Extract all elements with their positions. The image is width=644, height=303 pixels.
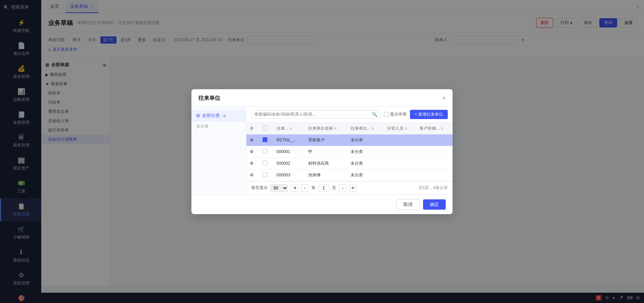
sort-icon5: ⇅	[441, 127, 443, 130]
td-code: RETAIL_...	[273, 134, 305, 146]
pagination-info: 共1页，4条记录	[419, 185, 448, 191]
modal-table: ⚙ 往来...⇅ 往来单位名称⇅ 往来单位...⇅ 分管人员⇅ 客户价格...⇅	[246, 123, 453, 181]
sort-icon: ⇅	[289, 127, 292, 130]
td-category: 未分类	[347, 158, 384, 169]
cancel-button[interactable]: 取消	[396, 199, 420, 210]
per-page-label: 每页显示	[251, 185, 268, 191]
td-price	[416, 169, 453, 181]
row-checkbox3[interactable]	[263, 161, 267, 165]
th-category: 往来单位...⇅	[347, 123, 384, 135]
modal-close-button[interactable]: ×	[442, 95, 446, 102]
collapse-icon[interactable]: ◀	[222, 113, 225, 118]
table-row[interactable]: ⚙ 000001 甲 未分类	[246, 146, 453, 158]
th-settings: ⚙	[246, 123, 259, 135]
table-row[interactable]: ⚙ 000003 张帅傅 未分类	[246, 169, 453, 181]
td-category: 未分类	[347, 169, 384, 181]
gear-icon2: ⚙	[250, 138, 254, 142]
td-name: 张帅傅	[305, 169, 347, 181]
add-partner-button[interactable]: + 新增往来单位	[410, 110, 448, 119]
gear-icon3: ⚙	[250, 149, 254, 154]
td-name: 零散客户	[305, 134, 347, 146]
td-settings: ⚙	[246, 146, 259, 158]
row-checkbox[interactable]	[263, 137, 267, 142]
td-manager	[384, 146, 416, 158]
table-header-row: ⚙ 往来...⇅ 往来单位名称⇅ 往来单位...⇅ 分管人员⇅ 客户价格...⇅	[246, 123, 453, 135]
td-manager	[384, 169, 416, 181]
th-checkbox	[259, 123, 273, 135]
gear-icon: ⚙	[250, 126, 254, 131]
prev-page-btn[interactable]: ‹	[301, 184, 309, 192]
modal-toolbar: 🔍 显示停用 + 新增往来单位	[246, 106, 453, 123]
table-row[interactable]: ⚙ 000002 材料供应商 未分类	[246, 158, 453, 169]
td-price	[416, 146, 453, 158]
modal-title: 往来单位	[198, 95, 220, 102]
show-disabled-label: 显示停用	[390, 112, 407, 117]
search-icon2: 🔍	[372, 112, 377, 117]
td-settings: ⚙	[246, 158, 259, 169]
td-category: 未分类	[347, 146, 384, 158]
td-price	[416, 134, 453, 146]
modal-search-box[interactable]: 🔍	[251, 110, 380, 119]
modal-pagination: 每页显示 50 100 ⊲ ‹ 第 页 › ⊳ 共1页，4条记录	[246, 181, 453, 195]
modal-body: ⊞ 全部分类 ◀ 未分类 🔍 显示停用	[191, 106, 453, 195]
th-manager: 分管人员⇅	[384, 123, 416, 135]
modal-header: 往来单位 ×	[191, 89, 453, 106]
modal-footer: 取消 确定	[191, 195, 453, 214]
gear-icon4: ⚙	[250, 161, 254, 166]
td-checkbox[interactable]	[259, 146, 273, 158]
td-manager	[384, 158, 416, 169]
th-price: 客户价格...⇅	[416, 123, 453, 135]
modal-search-input[interactable]	[254, 112, 370, 117]
modal-right-panel: 🔍 显示停用 + 新增往来单位 ⚙	[246, 106, 453, 195]
modal-left-panel: ⊞ 全部分类 ◀ 未分类	[191, 106, 246, 195]
uncategorized-item[interactable]: 未分类	[191, 121, 246, 131]
first-page-btn[interactable]: ⊲	[291, 184, 298, 192]
td-checkbox[interactable]	[259, 158, 273, 169]
page-suffix: 页	[332, 185, 336, 191]
row-checkbox2[interactable]	[263, 149, 267, 154]
sort-icon4: ⇅	[404, 127, 407, 130]
show-disabled-checkbox[interactable]: 显示停用	[384, 112, 407, 117]
sort-icon3: ⇅	[371, 127, 374, 130]
td-category: 未分类	[347, 134, 384, 146]
last-page-btn[interactable]: ⊳	[349, 184, 357, 192]
td-name: 材料供应商	[305, 158, 347, 169]
page-input[interactable]	[318, 185, 329, 191]
td-checkbox[interactable]	[259, 134, 273, 146]
grid-icon2: ⊞	[196, 113, 200, 118]
header-checkbox[interactable]	[263, 126, 267, 130]
uncategorized-label: 未分类	[196, 124, 209, 129]
next-page-btn[interactable]: ›	[339, 184, 346, 192]
td-checkbox[interactable]	[259, 169, 273, 181]
th-name: 往来单位名称⇅	[305, 123, 347, 135]
th-code: 往来...⇅	[273, 123, 305, 135]
page-prefix: 第	[311, 185, 315, 191]
page-size-select[interactable]: 50 100	[270, 184, 288, 192]
modal-overlay: 往来单位 × ⊞ 全部分类 ◀ 未分类	[0, 0, 644, 303]
td-code: 000001	[273, 146, 305, 158]
disabled-checkbox[interactable]	[384, 112, 389, 117]
confirm-button[interactable]: 确定	[423, 199, 446, 210]
td-name: 甲	[305, 146, 347, 158]
table-row[interactable]: ⚙ RETAIL_... 零散客户 未分类	[246, 134, 453, 146]
sort-icon2: ⇅	[334, 127, 337, 130]
td-manager	[384, 134, 416, 146]
partner-modal: 往来单位 × ⊞ 全部分类 ◀ 未分类	[191, 89, 453, 214]
td-code: 000003	[273, 169, 305, 181]
row-checkbox4[interactable]	[263, 172, 267, 177]
all-category-label: 全部分类	[202, 113, 220, 119]
gear-icon5: ⚙	[250, 173, 254, 177]
td-settings: ⚙	[246, 169, 259, 181]
modal-all-category[interactable]: ⊞ 全部分类 ◀	[191, 110, 246, 121]
td-settings: ⚙	[246, 134, 259, 146]
td-price	[416, 158, 453, 169]
td-code: 000002	[273, 158, 305, 169]
